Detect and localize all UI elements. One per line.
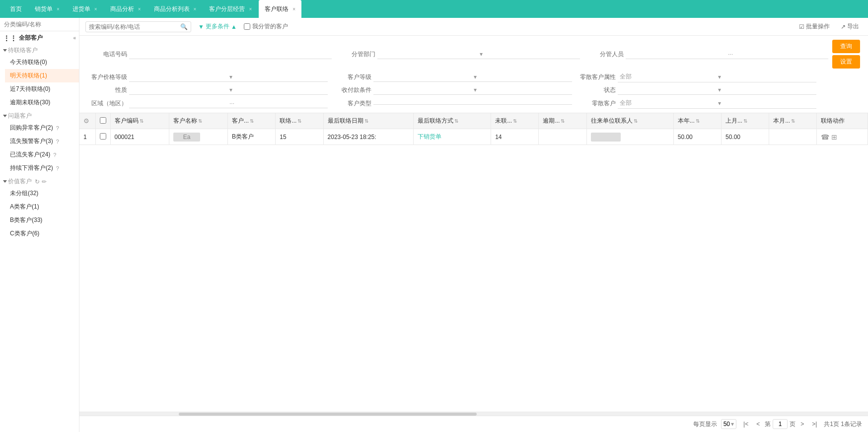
- th-customer-code[interactable]: 客户编码⇅: [110, 113, 169, 129]
- cell-last-contact-method[interactable]: 下销货单: [414, 129, 491, 145]
- cell-customer-name[interactable]: Ea: [169, 129, 227, 145]
- sidebar-item-churned[interactable]: 已流失客户(24) ?: [5, 148, 79, 161]
- th-overdue[interactable]: 逾期...⇅: [539, 113, 586, 129]
- my-customer-checkbox[interactable]: [244, 23, 250, 30]
- close-icon[interactable]: ×: [57, 6, 60, 12]
- search-input[interactable]: [89, 23, 178, 30]
- prev-page-button[interactable]: <: [753, 420, 763, 429]
- checkbox-icon: ☑: [799, 23, 804, 30]
- sort-icon: ⇅: [791, 118, 795, 124]
- th-last-contact-method[interactable]: 最后联络方式⇅: [414, 113, 491, 129]
- phone-action-icon[interactable]: ☎: [821, 133, 829, 141]
- toolbar: 🔍 ▼ 更多条件 ▲ 我分管的客户 ☑ 批量操作 ↗ 导出: [79, 18, 868, 36]
- collapse-icon[interactable]: «: [73, 35, 76, 41]
- sidebar-item-today[interactable]: 今天待联络(0): [5, 56, 79, 69]
- nav-home[interactable]: 首页: [4, 0, 28, 18]
- status-select[interactable]: ▾: [618, 85, 816, 95]
- help-icon[interactable]: ?: [56, 139, 59, 144]
- sidebar-item-declining[interactable]: 持续下滑客户(2) ?: [5, 161, 79, 175]
- th-unit-contact[interactable]: 往来单位联系人⇅: [586, 113, 673, 129]
- page-size-select[interactable]: 50 ▾: [721, 419, 736, 429]
- close-icon[interactable]: ×: [194, 6, 197, 12]
- gear-icon[interactable]: ⚙: [83, 117, 89, 125]
- nav-product-analysis[interactable]: 商品分析 ×: [104, 0, 147, 18]
- filter-department: 分管部门 ▾: [336, 50, 580, 59]
- nature-select[interactable]: ▾: [129, 85, 328, 95]
- filter-nature: 性质 ▾: [87, 85, 328, 95]
- more-conditions-button[interactable]: ▼ 更多条件 ▲: [195, 21, 240, 32]
- phone-input[interactable]: [129, 50, 332, 59]
- page-number-input[interactable]: [773, 419, 788, 429]
- grid-action-icon[interactable]: ⊞: [831, 133, 837, 141]
- help-icon[interactable]: ?: [53, 152, 56, 158]
- th-this-year[interactable]: 本年...⇅: [673, 113, 721, 129]
- region-input[interactable]: ···: [129, 99, 328, 108]
- help-icon[interactable]: ?: [56, 125, 59, 131]
- search-icon[interactable]: 🔍: [180, 23, 188, 30]
- batch-ops-button[interactable]: ☑ 批量操作: [796, 21, 833, 32]
- all-customers-header[interactable]: ⋮⋮ 全部客户 «: [0, 31, 79, 44]
- filter-panel: 电话号码 分管部门 ▾ 分管人员 ···: [79, 36, 868, 113]
- nav-customer-segmentation[interactable]: 客户分层经营 ×: [203, 0, 258, 18]
- th-contact-action[interactable]: 联络动作: [817, 113, 868, 129]
- th-last-contact-date[interactable]: 最后联络日期⇅: [323, 113, 414, 129]
- sidebar-item-7days[interactable]: 近7天待联络(0): [5, 82, 79, 96]
- sidebar-item-abnormal-purchase[interactable]: 回购异常客户(2) ?: [5, 121, 79, 135]
- scattered-attr-select[interactable]: 全部 ▾: [618, 72, 816, 82]
- row-checkbox[interactable]: [100, 133, 106, 140]
- close-icon[interactable]: ×: [94, 6, 97, 12]
- customer-level-select[interactable]: ▾: [373, 72, 572, 82]
- setting-button[interactable]: 设置: [832, 55, 860, 69]
- th-checkbox[interactable]: [95, 113, 110, 129]
- refresh-icon[interactable]: ↻: [35, 178, 40, 185]
- department-select[interactable]: ▾: [377, 50, 580, 59]
- sidebar-item-overdue[interactable]: 逾期未联络(30): [5, 96, 79, 109]
- th-contact-count[interactable]: 联络...⇅: [276, 113, 323, 129]
- close-icon[interactable]: ×: [292, 6, 295, 12]
- close-icon[interactable]: ×: [138, 6, 141, 12]
- th-customer-name[interactable]: 客户名称⇅: [169, 113, 227, 129]
- first-page-button[interactable]: |<: [740, 420, 751, 429]
- manager-input[interactable]: ···: [626, 50, 828, 59]
- cell-checkbox[interactable]: [95, 129, 110, 145]
- nav-customer-contact[interactable]: 客户联络 ×: [259, 0, 301, 18]
- sidebar-item-tomorrow[interactable]: 明天待联络(1): [5, 69, 79, 82]
- select-all-checkbox[interactable]: [100, 117, 106, 124]
- expand-icon[interactable]: [3, 49, 7, 52]
- horizontal-scrollbar[interactable]: [79, 412, 868, 416]
- nav-purchase-order[interactable]: 进货单 ×: [67, 0, 103, 18]
- filter-customer-type: 客户类型: [332, 99, 572, 108]
- close-icon[interactable]: ×: [249, 6, 252, 12]
- contact-method-link[interactable]: 下销货单: [418, 133, 441, 140]
- scrollbar-thumb[interactable]: [179, 413, 477, 416]
- th-last-month[interactable]: 上月...⇅: [721, 113, 769, 129]
- sidebar-item-ungrouped[interactable]: 未分组(32): [5, 187, 79, 200]
- content-area: 🔍 ▼ 更多条件 ▲ 我分管的客户 ☑ 批量操作 ↗ 导出: [79, 18, 868, 432]
- th-this-month[interactable]: 本月...⇅: [769, 113, 817, 129]
- payment-terms-select[interactable]: ▾: [373, 85, 572, 95]
- nav-product-analysis-list[interactable]: 商品分析列表 ×: [148, 0, 203, 18]
- last-page-button[interactable]: >|: [809, 420, 820, 429]
- price-level-select[interactable]: ▾: [129, 72, 328, 82]
- help-icon[interactable]: ?: [56, 165, 59, 171]
- edit-icon[interactable]: ✏: [42, 178, 47, 185]
- sidebar-item-churn-warning[interactable]: 流失预警客户(3) ?: [5, 135, 79, 148]
- query-button[interactable]: 查询: [832, 40, 860, 53]
- sidebar-item-class-a[interactable]: A类客户(1): [5, 200, 79, 214]
- scattered-customer-select[interactable]: 全部 ▾: [618, 98, 816, 109]
- th-uncontacted[interactable]: 未联...⇅: [491, 113, 539, 129]
- expand-icon[interactable]: [3, 115, 7, 117]
- th-settings[interactable]: ⚙: [79, 113, 95, 129]
- sidebar-search-input[interactable]: [4, 21, 78, 28]
- sidebar-item-class-b[interactable]: B类客户(33): [5, 214, 79, 227]
- next-page-button[interactable]: >: [797, 420, 807, 429]
- export-button[interactable]: ↗ 导出: [838, 21, 862, 32]
- nav-sales-order[interactable]: 销货单 ×: [29, 0, 66, 18]
- filter-row-4: 区域（地区） ··· 客户类型 零散客户 全部 ▾: [87, 98, 860, 109]
- customer-type-input[interactable]: [373, 102, 572, 105]
- th-customer-type[interactable]: 客户...⇅: [228, 113, 276, 129]
- filter-region: 区域（地区） ···: [87, 99, 328, 108]
- sidebar-item-class-c[interactable]: C类客户(6): [5, 227, 79, 240]
- expand-icon[interactable]: [3, 180, 7, 183]
- cell-this-month: [769, 129, 817, 145]
